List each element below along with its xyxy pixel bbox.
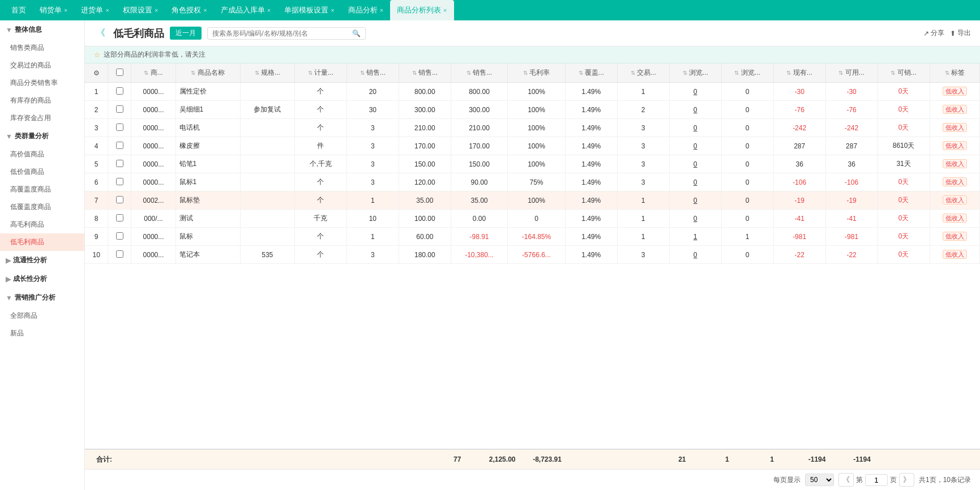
row-checkbox[interactable] <box>116 214 123 221</box>
row-unit: 个,千克 <box>294 155 346 173</box>
col-name[interactable]: ⇅ 商品名称 <box>176 63 240 83</box>
sidebar-item-category-sales-rate[interactable]: 商品分类销售率 <box>0 74 84 92</box>
row-checkbox[interactable] <box>116 87 123 95</box>
col-sales-qty[interactable]: ⇅ 销售... <box>346 63 399 83</box>
row-browse1[interactable]: 1 <box>669 228 721 246</box>
row-check[interactable] <box>108 173 131 191</box>
row-browse1[interactable]: 0 <box>669 137 721 155</box>
export-button[interactable]: ⬆ 导出 <box>950 28 971 38</box>
row-browse1[interactable]: 0 <box>669 119 721 137</box>
per-page-select[interactable]: 50 20 100 <box>805 474 834 486</box>
row-check[interactable] <box>108 228 131 246</box>
row-checkbox[interactable] <box>116 196 123 203</box>
row-sales-profit: -98.91 <box>451 228 507 246</box>
data-table-wrapper[interactable]: ⚙ ⇅ 商... ⇅ 商品名称 ⇅ 规格... ⇅ 计量... ⇅ 销售... … <box>85 63 980 449</box>
share-button[interactable]: ↗ 分享 <box>923 28 944 38</box>
row-checkbox[interactable] <box>116 178 123 185</box>
col-trade[interactable]: ⇅ 交易... <box>617 63 669 83</box>
col-browse1[interactable]: ⇅ 浏览... <box>669 63 721 83</box>
row-check[interactable] <box>108 246 131 264</box>
nav-close-template[interactable]: × <box>331 7 334 14</box>
row-check[interactable] <box>108 155 131 173</box>
nav-item-home[interactable]: 首页 <box>5 0 33 20</box>
row-browse1[interactable]: 0 <box>669 173 721 191</box>
sidebar-item-traded-products[interactable]: 交易过的商品 <box>0 57 84 74</box>
sidebar-group-growth[interactable]: ▶ 成长性分析 <box>0 270 84 288</box>
sidebar-group-cluster[interactable]: ▼ 类群量分析 <box>0 127 84 146</box>
row-check[interactable] <box>108 191 131 210</box>
select-all-checkbox[interactable] <box>116 69 123 76</box>
sidebar-item-high-margin[interactable]: 高毛利商品 <box>0 216 84 233</box>
sidebar-item-capital-usage[interactable]: 库存资金占用 <box>0 109 84 127</box>
col-sales-price[interactable]: ⇅ 销售... <box>399 63 451 83</box>
nav-close-sales[interactable]: × <box>64 7 67 14</box>
row-check[interactable] <box>108 119 131 137</box>
col-stock[interactable]: ⇅ 现有... <box>773 63 825 83</box>
nav-close-products-in[interactable]: × <box>267 7 271 14</box>
page-input[interactable] <box>865 474 888 486</box>
row-browse1[interactable]: 0 <box>669 83 721 101</box>
sidebar-item-high-coverage[interactable]: 高覆盖度商品 <box>0 181 84 198</box>
nav-item-sales[interactable]: 销货单 × <box>33 0 74 20</box>
col-gross-rate[interactable]: ⇅ 毛利率 <box>508 63 565 83</box>
row-spec <box>240 173 294 191</box>
sidebar-item-in-stock[interactable]: 有库存的商品 <box>0 92 84 109</box>
col-browse2[interactable]: ⇅ 浏览... <box>721 63 773 83</box>
row-checkbox[interactable] <box>116 232 123 240</box>
col-check[interactable] <box>108 63 131 83</box>
nav-close-roles[interactable]: × <box>203 7 207 14</box>
col-saleable[interactable]: ⇅ 可销... <box>878 63 930 83</box>
col-coverage[interactable]: ⇅ 覆盖... <box>565 63 617 83</box>
sidebar-item-low-value[interactable]: 低价值商品 <box>0 163 84 181</box>
col-spec[interactable]: ⇅ 规格... <box>240 63 294 83</box>
row-checkbox[interactable] <box>116 250 123 258</box>
row-check[interactable] <box>108 137 131 155</box>
row-checkbox[interactable] <box>116 123 123 131</box>
row-browse1[interactable]: 0 <box>669 246 721 264</box>
sidebar-item-low-margin[interactable]: 低毛利商品 <box>0 233 84 251</box>
period-button[interactable]: 近一月 <box>170 27 202 40</box>
sidebar-group-circulation[interactable]: ▶ 流通性分析 <box>0 251 84 270</box>
col-tag[interactable]: ⇅ 标签 <box>930 63 979 83</box>
nav-item-purchase[interactable]: 进货单 × <box>74 0 115 20</box>
row-browse1[interactable]: 0 <box>669 155 721 173</box>
nav-close-purchase[interactable]: × <box>105 7 109 14</box>
nav-close-permissions[interactable]: × <box>155 7 158 14</box>
nav-item-analysis-list[interactable]: 商品分析列表 × <box>390 0 453 20</box>
row-checkbox[interactable] <box>116 105 123 113</box>
row-check[interactable] <box>108 83 131 101</box>
nav-item-products-in[interactable]: 产成品入库单 × <box>214 0 277 20</box>
search-input[interactable] <box>212 29 350 37</box>
sidebar-item-new-products[interactable]: 新品 <box>0 325 84 342</box>
nav-item-permissions[interactable]: 权限设置 × <box>116 0 165 20</box>
col-sales-profit[interactable]: ⇅ 销售... <box>451 63 507 83</box>
sidebar-group-overall[interactable]: ▼ 整体信息 <box>0 20 84 39</box>
row-unit: 个 <box>294 101 346 119</box>
sidebar-item-sales-products[interactable]: 销售类商品 <box>0 39 84 57</box>
col-settings[interactable]: ⚙ <box>85 63 108 83</box>
row-browse1[interactable]: 0 <box>669 191 721 210</box>
row-check[interactable] <box>108 210 131 228</box>
search-icon[interactable]: 🔍 <box>352 29 361 37</box>
sidebar-collapse-btn[interactable]: 《 <box>94 25 108 41</box>
nav-close-analysis-list[interactable]: × <box>443 7 447 14</box>
row-checkbox[interactable] <box>116 142 123 149</box>
sidebar-group-marketing[interactable]: ▼ 营销推广分析 <box>0 288 84 307</box>
sidebar-item-all-products[interactable]: 全部商品 <box>0 307 84 325</box>
row-saleable: 0天 <box>878 101 930 119</box>
nav-close-analysis[interactable]: × <box>380 7 383 14</box>
nav-item-template[interactable]: 单据模板设置 × <box>277 0 341 20</box>
next-page-btn[interactable]: 》 <box>899 473 914 487</box>
row-browse1[interactable]: 0 <box>669 101 721 119</box>
prev-page-btn[interactable]: 《 <box>838 473 854 487</box>
nav-item-roles[interactable]: 角色授权 × <box>165 0 213 20</box>
col-unit[interactable]: ⇅ 计量... <box>294 63 346 83</box>
sidebar-item-high-value[interactable]: 高价值商品 <box>0 146 84 163</box>
nav-item-analysis[interactable]: 商品分析 × <box>341 0 390 20</box>
col-code[interactable]: ⇅ 商... <box>131 63 176 83</box>
sidebar-item-low-coverage[interactable]: 低覆盖度商品 <box>0 198 84 216</box>
row-check[interactable] <box>108 101 131 119</box>
row-browse1[interactable]: 0 <box>669 210 721 228</box>
row-checkbox[interactable] <box>116 160 123 167</box>
col-available[interactable]: ⇅ 可用... <box>825 63 878 83</box>
